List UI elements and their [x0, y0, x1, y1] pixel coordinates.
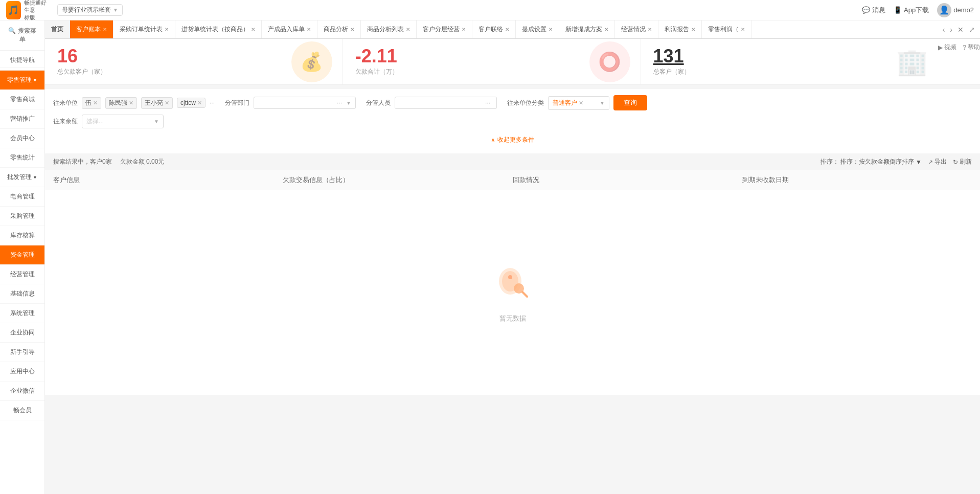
sort-select[interactable]: 排序： 排序：按欠款金额倒序排序 ▼	[821, 158, 922, 166]
filter-dept-select[interactable]: ··· ▼	[254, 97, 356, 109]
tab-operations[interactable]: 经营情况 ✕	[615, 20, 658, 39]
tab-product-analysis-list[interactable]: 商品分析列表 ✕	[361, 20, 417, 39]
sidebar-item-inventory[interactable]: 库存核算	[0, 226, 44, 245]
tab-prompt-settings[interactable]: 提成设置 ✕	[516, 20, 559, 39]
result-bar-right: 排序： 排序：按欠款金额倒序排序 ▼ ↗ 导出 ↻ 刷新	[821, 158, 972, 166]
tab-next-button[interactable]: ›	[948, 25, 954, 35]
tab-close-icon[interactable]: ✕	[103, 27, 107, 32]
tab-close-icon[interactable]: ✕	[406, 27, 410, 32]
filter-person-select[interactable]: ···	[395, 97, 497, 109]
tab-profit-report[interactable]: 利润报告 ✕	[658, 20, 702, 39]
sidebar-item-retail-mgmt[interactable]: 零售管理 ▼	[0, 71, 44, 90]
message-button[interactable]: 💬 消息	[862, 6, 885, 15]
stat-label-debt-total: 欠款合计（万）	[355, 68, 398, 76]
tab-close-icon[interactable]: ✕	[505, 27, 509, 32]
tab-close-icon[interactable]: ✕	[165, 27, 169, 32]
filter-tag-unit-cjttcw[interactable]: cjttcw ✕	[177, 98, 206, 108]
more-dots-icon[interactable]: ···	[483, 99, 492, 106]
empty-icon	[492, 262, 533, 310]
table-col-debt-info: 欠款交易信息（占比）	[283, 175, 512, 185]
sidebar-item-retail-stats[interactable]: 零售统计	[0, 148, 44, 168]
sidebar-item-member-center[interactable]: 会员中心	[0, 129, 44, 148]
filter-label-balance: 往来余额	[53, 117, 78, 126]
search-result-text: 搜索结果中，客户0家	[53, 158, 112, 166]
tab-close-icon[interactable]: ✕	[549, 27, 553, 32]
tab-close-icon[interactable]: ✕	[307, 27, 311, 32]
sidebar-item-new-user-guide[interactable]: 新手引导	[0, 343, 44, 362]
close-icon[interactable]: ✕	[197, 100, 202, 106]
tab-product-analysis[interactable]: 商品分析 ✕	[317, 20, 361, 39]
logo-text: 畅捷通好生意 标版	[24, 0, 51, 21]
refresh-button[interactable]: ↻ 刷新	[953, 158, 972, 166]
tab-new-prompt-plan[interactable]: 新增提成方案 ✕	[559, 20, 615, 39]
sidebar-item-enterprise-wechat[interactable]: 企业微信	[0, 381, 44, 401]
export-button[interactable]: ↗ 导出	[928, 158, 947, 166]
close-icon[interactable]: ✕	[93, 100, 98, 106]
filter-tag-unit-chen[interactable]: 陈民强 ✕	[105, 97, 137, 109]
tab-prev-button[interactable]: ‹	[941, 25, 947, 35]
sidebar-item-app-center[interactable]: 应用中心	[0, 362, 44, 381]
stat-card-total-debt-customers: 💰 16 总欠款客户（家）	[45, 39, 343, 84]
video-link[interactable]: ▶ 视频	[938, 43, 956, 52]
filter-balance-select[interactable]: 选择... ▼	[82, 115, 164, 128]
chevron-down-icon: ▼	[916, 159, 922, 166]
sidebar-item-retail-store[interactable]: 零售商城	[0, 90, 44, 109]
filter-tag-unit-wang[interactable]: 王小亮 ✕	[141, 97, 173, 109]
tab-maximize-button[interactable]: ⤢	[967, 25, 977, 35]
tab-customer-tier[interactable]: 客户分层经营 ✕	[417, 20, 472, 39]
tab-accounts[interactable]: 客户账本 ✕	[70, 20, 113, 39]
stat-number-total-customers: 131	[653, 47, 684, 65]
stat-card-debt-total: ⭕ -2.11 欠款合计（万）	[343, 39, 641, 84]
filter-row-2: 往来余额 选择... ▼	[53, 115, 972, 128]
close-icon[interactable]: ✕	[165, 100, 169, 106]
query-button[interactable]: 查询	[613, 95, 647, 110]
sidebar-item-ecommerce[interactable]: 电商管理	[0, 187, 44, 207]
sidebar-item-basic-info[interactable]: 基础信息	[0, 284, 44, 304]
sidebar: 🔍 搜索菜单 快捷导航 零售管理 ▼ 零售商城 营销推广 会员中心 零售统计	[0, 20, 45, 494]
tab-customer-contact[interactable]: 客户联络 ✕	[472, 20, 516, 39]
filter-more-button[interactable]: ···	[210, 99, 215, 106]
result-bar-left: 搜索结果中，客户0家 欠款金额 0.00元	[53, 158, 164, 166]
sidebar-item-finance-mgmt[interactable]: 资金管理	[0, 245, 44, 265]
sidebar-item-system-mgmt[interactable]: 系统管理	[0, 304, 44, 323]
tab-retail-profit[interactable]: 零售利润（ ✕	[702, 20, 751, 39]
more-dots-icon[interactable]: ···	[335, 99, 344, 106]
stat-card-total-customers: 🏢 131 总客户（家）	[641, 39, 939, 84]
tab-close-all-button[interactable]: ✕	[955, 25, 966, 35]
tab-close-icon[interactable]: ✕	[251, 27, 255, 32]
tab-close-icon[interactable]: ✕	[741, 27, 745, 32]
tab-close-icon[interactable]: ✕	[604, 27, 608, 32]
tab-purchase-order-stats[interactable]: 采购订单统计表 ✕	[113, 20, 175, 39]
quick-nav-button[interactable]: 快捷导航	[0, 53, 44, 68]
sidebar-item-wholesale-mgmt[interactable]: 批发管理 ▼	[0, 168, 44, 187]
filter-row-1: 往来单位 伍 ✕ 陈民强 ✕ 王小亮 ✕ cjttcw	[53, 95, 972, 110]
sidebar-item-marketing[interactable]: 营销推广	[0, 109, 44, 129]
user-avatar[interactable]: 👤 demo2	[937, 3, 974, 17]
search-menu-button[interactable]: 🔍 搜索菜单	[4, 25, 40, 46]
tab-purchase-stats-by-product[interactable]: 进货单统计表（按商品） ✕	[175, 20, 262, 39]
filter-tag-unit-wu[interactable]: 伍 ✕	[82, 97, 101, 109]
tab-close-icon[interactable]: ✕	[648, 27, 652, 32]
close-icon[interactable]: ✕	[129, 100, 133, 106]
tab-close-icon[interactable]: ✕	[462, 27, 466, 32]
tab-close-icon[interactable]: ✕	[350, 27, 354, 32]
sidebar-item-operations-mgmt[interactable]: 经营管理	[0, 265, 44, 284]
chevron-up-icon: ∧	[491, 137, 495, 144]
tab-close-icon[interactable]: ✕	[691, 27, 695, 32]
help-icon: ?	[963, 44, 966, 51]
help-link[interactable]: ? 帮助	[963, 43, 980, 52]
top-bar: 🎵 畅捷通好生意 标版 母婴行业演示帐套 ▼ 💬 消息 📱 App下载 👤 de…	[0, 0, 980, 20]
filter-collapse-button[interactable]: ∧ 收起更多条件	[53, 132, 972, 147]
tab-home[interactable]: 首页	[45, 20, 70, 39]
table-header: 客户信息 欠款交易信息（占比） 回款情况 到期未收款日期	[45, 170, 980, 190]
sidebar-item-vip-member[interactable]: 畅会员	[0, 401, 44, 420]
account-selector[interactable]: 母婴行业演示帐套 ▼	[57, 4, 123, 16]
app-download-button[interactable]: 📱 App下载	[894, 6, 929, 15]
filter-category-select[interactable]: 普通客户 ✕ ▼	[548, 96, 609, 110]
close-icon[interactable]: ✕	[579, 100, 583, 106]
table-empty-state: 暂无数据	[45, 190, 980, 395]
chevron-down-icon: ▼	[113, 7, 118, 13]
tab-product-inbound[interactable]: 产成品入库单 ✕	[262, 20, 317, 39]
sidebar-item-enterprise-collab[interactable]: 企业协同	[0, 323, 44, 343]
sidebar-item-purchase-mgmt[interactable]: 采购管理	[0, 207, 44, 226]
